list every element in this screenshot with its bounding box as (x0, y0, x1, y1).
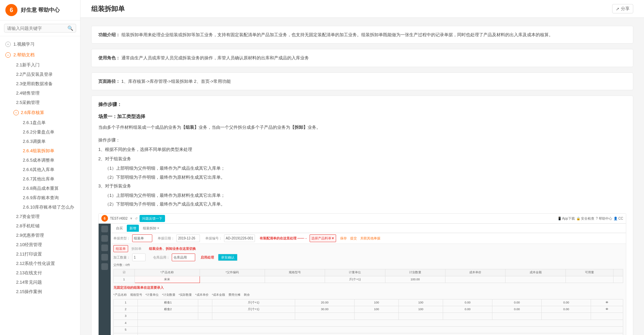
td-check1: 1 (114, 276, 135, 283)
nav-sub-newcomer[interactable]: 2.1新手入门 (13, 60, 80, 70)
sidebar-header: 6 好生意 帮助中心 (0, 0, 80, 20)
ctr-cost1: 100 (399, 299, 443, 306)
ctr-allot2: 0.00 (443, 306, 492, 313)
sidebar-item-inventory[interactable]: − 2.6库存核算 (13, 107, 80, 118)
ctr-prod2: 粮食2 (138, 306, 198, 313)
nav-sub-ops[interactable]: 2.10经营管理 (13, 240, 80, 249)
intro-text: 组装拆卸单用来处理企业组装或拆卸等加工业务，支持有固定装配清单的产品加工业务，也… (121, 32, 553, 37)
ss-child-costprice: *成本金额 (212, 292, 225, 297)
ctr-real1: 100 (355, 299, 399, 306)
nav-sub-cost-adjust[interactable]: 2.6.5成本调整单 (20, 156, 80, 165)
nav-sub-pay[interactable]: 2.13在线支付 (13, 268, 80, 278)
td-product1: 米米 (135, 276, 200, 283)
role-text: 通常由生产人员或库管人员完成拆装业务的操作，库管人员确认原材料的出库和产成品的入… (121, 55, 309, 60)
ss-child-allot: 剩余 (244, 292, 250, 297)
nav-sub-install[interactable]: 2.2产品安装及登录 (13, 70, 80, 79)
page-title: 组装拆卸单 (91, 4, 125, 13)
ctr-real3 (355, 313, 399, 320)
th-qty: 计量单位 (325, 269, 385, 276)
share-button[interactable]: ➚ 分享 (612, 4, 633, 13)
role-block: 使用角色： 通常由生产人员或库管人员完成拆装业务的操作，库管人员确认原材料的出库… (91, 49, 633, 67)
sidebar-item-docs[interactable]: − 2.帮助文档 (0, 50, 80, 60)
intro-block: 功能介绍： 组装拆卸单用来处理企业组装或拆卸等加工业务，支持有固定装配清单的产品… (91, 26, 633, 44)
nav-sub-data[interactable]: 2.3使用前数据准备 (13, 79, 80, 89)
th-check: ☑ (114, 269, 135, 276)
nav-label-video: 1.视频学习 (13, 41, 35, 47)
nav-sub-faq[interactable]: 2.14常见问题 (13, 278, 80, 287)
main-content: 功能介绍： 组装拆卸单用来处理企业组装或拆卸等加工业务，支持有固定装配清单的产品… (80, 18, 644, 335)
logo-text: 好生意 帮助中心 (21, 7, 60, 14)
ctr-unit3 (212, 313, 295, 320)
ss-nav-3 (101, 244, 108, 251)
ss-annotation-switch: 组装业务、拆卸业务在这里切换 (149, 246, 196, 252)
nav-sub-stock-err[interactable]: 2.6.10库存账本错了怎么办 (20, 203, 80, 212)
nav-sub-print[interactable]: 2.11打印设置 (13, 249, 80, 259)
nav-sub-other-in[interactable]: 2.6.6其他入库单 (20, 165, 80, 174)
ss-warehouse-field: 仓库品用 (172, 254, 195, 261)
nav-sub-coupon[interactable]: 2.9优惠券管理 (13, 231, 80, 240)
nav-sub-other-out[interactable]: 2.6.7其他出库单 (20, 174, 80, 184)
nav-sub-adjust[interactable]: 2.6.3调拨单 (20, 137, 80, 146)
ctr-3: 3 (114, 313, 138, 320)
ctr-prod3 (138, 313, 198, 320)
ops-block: 操作步骤： 场景一：加工类型选择 当由多个子件材料组装成一个成品的业务为【组装】… (91, 96, 633, 335)
td-plan1: 100.00 (385, 276, 445, 283)
td-avail1 (566, 276, 613, 283)
nav-sub-assembly[interactable]: 2.6.4组装拆卸单 (20, 146, 80, 156)
ss-child-table: 1 粮食1 斤(个+1) 20.00 100 100 0.00 (113, 299, 623, 335)
nav-sub-purchase[interactable]: 2.5采购管理 (13, 98, 80, 107)
step3-sub: （1）上部明细为父件明细，最终作为原材料生成其它出库单； （2）下部明细为子件明… (105, 192, 626, 208)
ss-bom-field: 选择产品料单▼ (310, 234, 336, 242)
ss-assy-label: 组装单 (113, 245, 128, 252)
nav-sub-sales[interactable]: 2.4销售管理 (13, 89, 80, 98)
nav-sub-funds[interactable]: 2.7资金管理 (13, 212, 80, 221)
nav-sub-split-stocktake[interactable]: 2.6.2分量盘点单 (20, 127, 80, 137)
share-label: 分享 (621, 6, 630, 12)
ss-ops-btns2: 提交 (350, 235, 357, 241)
nav-sub-mobile[interactable]: 2.8手机旺铺 (13, 221, 80, 231)
ss-child-spec: *计量单位 (146, 292, 159, 297)
ss-left-nav (99, 224, 111, 335)
nav-sub-goods-cost[interactable]: 2.6.8商品成本重算 (20, 184, 80, 193)
ss-type-field-wrapper: 组装单 (132, 234, 152, 242)
ss-ops-btns: 保存 (340, 235, 347, 241)
ss-qty-label: 加工数量： (113, 255, 130, 260)
ctr-cost2: 100 (399, 306, 443, 313)
sidebar-item-video[interactable]: + 1.视频学习 (0, 39, 80, 50)
ctr-2: 2 (114, 306, 138, 313)
child-row-1: 1 粮食1 斤(个+1) 20.00 100 100 0.00 (114, 299, 623, 306)
nav-sub-stocktake[interactable]: 2.6.1盘点单 (20, 118, 80, 127)
th-cost-total: 成本金额 (505, 269, 566, 276)
path-block: 页面路径： 1、库存核算->库存管理->组装拆卸单 2、首页->常用功能 (91, 72, 633, 90)
ss-child-table-area: *产品名称 规格型号 *计量单位 *计划数量 *实际数量 *成本单价 *成本金额… (113, 292, 623, 335)
step3-sub1: （1）上部明细为父件明细，最终作为原材料生成其它出库单； (105, 192, 626, 199)
expand-icon-video: + (5, 42, 11, 47)
ss-annotation-nofixed: 无固定活动的组装单在这里要录入 (113, 286, 164, 289)
ss-type-field: 组装单 (132, 234, 152, 242)
th-spec: 规格型号 (265, 269, 325, 276)
ss-user-icon: 👤 CC (613, 216, 623, 221)
nav-sub-docs: 2.1新手入门 2.2产品安装及登录 2.3使用前数据准备 2.4销售管理 2.… (0, 60, 80, 296)
ss-safe-icon: 🔒 安全检查 (576, 216, 595, 221)
ss-tab-new: 新增 (127, 225, 139, 232)
ss-parent-table: ☑ *产品名称 *父件编码 规格型号 计量单位 计划数量 成本单价 成本金额 (113, 269, 623, 283)
ss-no-label: 单据编号： (205, 235, 222, 241)
step2-sub1: （1）上部明细为父件明细，最终作为产成品生成其它入库单； (105, 165, 626, 172)
nav-sub-inventory: 2.6.1盘点单 2.6.2分量盘点单 2.6.3调拨单 2.6.4组装拆卸单 … (13, 118, 80, 212)
td-cost1 (445, 276, 505, 283)
ss-confirm-btn: 录实确认 (218, 254, 237, 261)
ss-topbar: 6 TEST-H002 ▼ ↺ 问题反馈一下 📱 App下载 🔒 安全检查 ? … (99, 214, 626, 224)
search-box: 🔍 (0, 20, 80, 36)
ss-nav-4 (101, 254, 108, 261)
ss-assy-switch: 组装单 拆卸单 (113, 245, 144, 252)
ss-new-btn: 问题反馈一下 (140, 215, 165, 222)
search-input[interactable] (7, 26, 67, 31)
nav-sub-cases[interactable]: 2.15操作案例 (13, 287, 80, 296)
nav-sub-custom[interactable]: 2.12系统个性化设置 (13, 259, 80, 268)
step3-sub2: （2）下部明细为子件明细，最终作为产成品生成其它入库单。 (105, 201, 626, 208)
logo-icon: 6 (5, 4, 17, 16)
ctr-unit2: 斤(个+1) (212, 306, 295, 313)
nav-sub-stock-query[interactable]: 2.6.9库存账本查询 (20, 193, 80, 203)
ctr-ops3 (542, 313, 591, 320)
search-icon[interactable]: 🔍 (67, 25, 73, 31)
